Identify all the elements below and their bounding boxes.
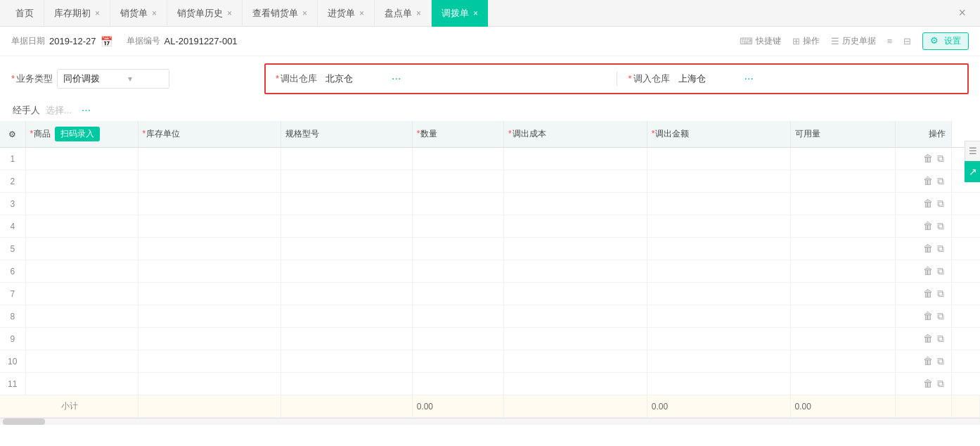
out-warehouse-dots[interactable]: ··· xyxy=(392,72,401,85)
tab-view-sales[interactable]: 查看销货单 × xyxy=(243,0,318,27)
row-spec[interactable] xyxy=(281,328,412,350)
row-goods[interactable] xyxy=(25,148,138,170)
ops-action[interactable]: ⊞ 操作 xyxy=(792,35,820,47)
row-amount[interactable] xyxy=(647,373,790,395)
row-cost[interactable] xyxy=(504,193,647,215)
row-cost[interactable] xyxy=(504,260,647,283)
row-qty[interactable] xyxy=(412,373,503,395)
row-goods[interactable] xyxy=(25,373,138,395)
copy-icon[interactable]: ⧉ xyxy=(937,355,944,367)
copy-icon[interactable]: ⧉ xyxy=(937,333,944,345)
tab-transfer[interactable]: 调拨单 × xyxy=(432,0,489,27)
row-spec[interactable] xyxy=(281,215,412,238)
copy-icon[interactable]: ⧉ xyxy=(937,265,944,277)
tab-inventory-init-close[interactable]: × xyxy=(95,9,100,18)
tab-purchase-order-close[interactable]: × xyxy=(359,9,364,18)
copy-icon[interactable]: ⧉ xyxy=(937,288,944,300)
row-spec[interactable] xyxy=(281,283,412,305)
row-cost[interactable] xyxy=(504,148,647,170)
row-qty[interactable] xyxy=(412,283,503,305)
delete-icon[interactable]: 🗑 xyxy=(923,288,933,300)
in-warehouse-dots[interactable]: ··· xyxy=(744,72,754,85)
delete-icon[interactable]: 🗑 xyxy=(923,243,933,255)
row-qty[interactable] xyxy=(412,350,503,373)
row-amount[interactable] xyxy=(647,328,790,350)
row-cost[interactable] xyxy=(504,328,647,350)
delete-icon[interactable]: 🗑 xyxy=(923,378,933,390)
row-unit[interactable] xyxy=(138,260,281,283)
row-goods[interactable] xyxy=(25,283,138,305)
row-qty[interactable] xyxy=(412,305,503,328)
row-qty[interactable] xyxy=(412,215,503,238)
row-cost[interactable] xyxy=(504,305,647,328)
tab-sales-history-close[interactable]: × xyxy=(227,9,232,18)
row-spec[interactable] xyxy=(281,238,412,260)
row-amount[interactable] xyxy=(647,283,790,305)
row-goods[interactable] xyxy=(25,170,138,193)
settings-button[interactable]: ⚙ 设置 xyxy=(922,32,969,50)
row-spec[interactable] xyxy=(281,305,412,328)
row-cost[interactable] xyxy=(504,238,647,260)
copy-icon[interactable]: ⧉ xyxy=(937,243,944,255)
row-cost[interactable] xyxy=(504,350,647,373)
row-spec[interactable] xyxy=(281,350,412,373)
row-spec[interactable] xyxy=(281,148,412,170)
delete-icon[interactable]: 🗑 xyxy=(923,333,933,345)
copy-icon[interactable]: ⧉ xyxy=(937,378,944,390)
row-unit[interactable] xyxy=(138,148,281,170)
row-goods[interactable] xyxy=(25,328,138,350)
row-goods[interactable] xyxy=(25,238,138,260)
grid-action1[interactable]: ≡ xyxy=(887,36,893,46)
tab-view-sales-close[interactable]: × xyxy=(302,9,307,18)
biz-type-dropdown[interactable]: 同价调拨 ▾ xyxy=(57,69,169,89)
row-qty[interactable] xyxy=(412,238,503,260)
row-amount[interactable] xyxy=(647,238,790,260)
row-unit[interactable] xyxy=(138,305,281,328)
history-action[interactable]: ☰ 历史单据 xyxy=(831,35,876,47)
person-placeholder[interactable]: 选择... xyxy=(46,104,72,117)
copy-icon[interactable]: ⧉ xyxy=(937,153,944,165)
tab-purchase-order[interactable]: 进货单 × xyxy=(318,0,375,27)
scan-button[interactable]: 扫码录入 xyxy=(55,127,100,141)
delete-icon[interactable]: 🗑 xyxy=(923,355,933,367)
row-amount[interactable] xyxy=(647,350,790,373)
tab-inventory-init[interactable]: 库存期初 × xyxy=(44,0,110,27)
row-goods[interactable] xyxy=(25,193,138,215)
copy-icon[interactable]: ⧉ xyxy=(937,220,944,232)
delete-icon[interactable]: 🗑 xyxy=(923,220,933,232)
person-dots[interactable]: ··· xyxy=(82,104,91,117)
row-amount[interactable] xyxy=(647,260,790,283)
horizontal-scrollbar[interactable] xyxy=(0,418,980,425)
delete-icon[interactable]: 🗑 xyxy=(923,198,933,210)
row-unit[interactable] xyxy=(138,238,281,260)
tab-stocktake[interactable]: 盘点单 × xyxy=(375,0,432,27)
row-goods[interactable] xyxy=(25,215,138,238)
row-cost[interactable] xyxy=(504,283,647,305)
delete-icon[interactable]: 🗑 xyxy=(923,265,933,277)
row-amount[interactable] xyxy=(647,305,790,328)
row-qty[interactable] xyxy=(412,148,503,170)
tab-stocktake-close[interactable]: × xyxy=(416,9,421,18)
grid-action2[interactable]: ⊟ xyxy=(903,36,911,46)
delete-icon[interactable]: 🗑 xyxy=(923,153,933,165)
row-spec[interactable] xyxy=(281,170,412,193)
delete-icon[interactable]: 🗑 xyxy=(923,175,933,187)
row-spec[interactable] xyxy=(281,193,412,215)
row-unit[interactable] xyxy=(138,215,281,238)
delete-icon[interactable]: 🗑 xyxy=(923,310,933,322)
row-unit[interactable] xyxy=(138,328,281,350)
float-export-button[interactable]: ↗ xyxy=(965,161,980,182)
row-unit[interactable] xyxy=(138,193,281,215)
tab-sales-order[interactable]: 销货单 × xyxy=(110,0,167,27)
row-qty[interactable] xyxy=(412,193,503,215)
row-qty[interactable] xyxy=(412,170,503,193)
tab-home[interactable]: 首页 xyxy=(6,0,44,27)
calendar-icon[interactable]: 📅 xyxy=(101,36,112,47)
row-goods[interactable] xyxy=(25,305,138,328)
row-amount[interactable] xyxy=(647,170,790,193)
copy-icon[interactable]: ⧉ xyxy=(937,175,944,187)
row-amount[interactable] xyxy=(647,148,790,170)
float-list-button[interactable]: ☰ xyxy=(965,141,980,161)
row-unit[interactable] xyxy=(138,350,281,373)
row-qty[interactable] xyxy=(412,328,503,350)
